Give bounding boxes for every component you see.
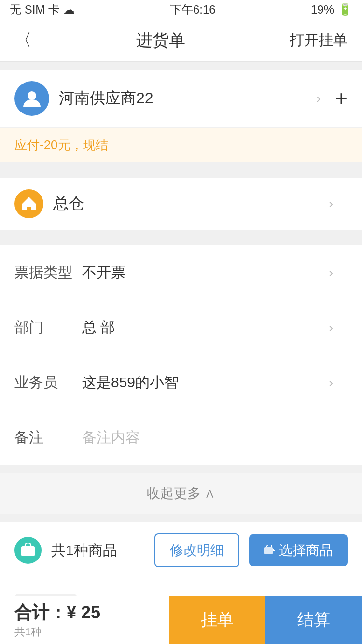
total-count: 共1种	[14, 625, 154, 639]
open-hang-button[interactable]: 打开挂单	[290, 30, 348, 50]
back-button[interactable]: 〈	[14, 28, 32, 52]
svg-rect-1	[21, 546, 35, 556]
add-button[interactable]: +	[335, 88, 348, 109]
nav-bar: 〈 进货单 打开挂单	[0, 19, 362, 62]
salesman-chevron-icon: ›	[329, 375, 333, 391]
supplier-name: 河南供应商22	[59, 88, 316, 109]
warehouse-name: 总仓	[53, 193, 329, 214]
select-product-button[interactable]: 选择商品	[249, 534, 348, 566]
user-icon	[21, 88, 42, 109]
checkout-button[interactable]: 结算	[265, 596, 362, 644]
total-label: 合计：	[14, 602, 67, 622]
total-value: ¥ 25	[67, 602, 100, 622]
warehouse-icon	[14, 189, 43, 218]
cart-icon	[20, 543, 36, 558]
total-section: 合计：¥ 25 共1种	[0, 601, 169, 639]
product-count-text: 共1种商品	[51, 541, 154, 560]
svg-point-0	[28, 91, 36, 100]
page-title: 进货单	[136, 29, 185, 52]
svg-rect-2	[264, 547, 273, 554]
product-count-icon	[14, 537, 42, 564]
department-row[interactable]: 部门 总 部 ›	[0, 300, 362, 355]
status-right: 19% 🔋	[311, 3, 352, 16]
salesman-value: 这是859的小智	[82, 373, 329, 392]
salesman-label: 业务员	[14, 373, 82, 392]
status-left: 无 SIM 卡 ☁	[10, 2, 75, 17]
total-amount: 合计：¥ 25	[14, 601, 154, 625]
supplier-row[interactable]: 河南供应商22 › +	[0, 70, 362, 128]
department-chevron-icon: ›	[329, 320, 333, 336]
battery-status: 19%	[311, 3, 334, 16]
status-time: 下午6:16	[170, 2, 216, 17]
divider-1	[0, 62, 362, 70]
form-section: 票据类型 不开票 › 部门 总 部 › 业务员 这是859的小智 › 备注 备注…	[0, 245, 362, 465]
divider-2	[0, 170, 362, 178]
department-label: 部门	[14, 318, 82, 337]
remark-label: 备注	[14, 428, 82, 448]
invoice-label: 票据类型	[14, 263, 82, 282]
warehouse-chevron-icon: ›	[329, 196, 333, 211]
supplier-chevron-icon: ›	[316, 91, 320, 106]
salesman-row[interactable]: 业务员 这是859的小智 ›	[0, 355, 362, 410]
warehouse-section: 总仓 ›	[0, 178, 362, 230]
hang-button[interactable]: 挂单	[169, 596, 265, 644]
bottom-bar: 合计：¥ 25 共1种 挂单 结算	[0, 596, 362, 644]
collapse-bar[interactable]: 收起更多 ∧	[0, 473, 362, 514]
invoice-row[interactable]: 票据类型 不开票 ›	[0, 245, 362, 300]
remark-row[interactable]: 备注 备注内容	[0, 410, 362, 465]
divider-4	[0, 514, 362, 522]
edit-detail-button[interactable]: 修改明细	[154, 533, 239, 567]
battery-icon: 🔋	[338, 3, 352, 16]
product-header: 共1种商品 修改明细 选择商品	[0, 522, 362, 579]
status-bar: 无 SIM 卡 ☁ 下午6:16 19% 🔋	[0, 0, 362, 19]
notice-bar: 应付-20元，现结	[0, 128, 362, 162]
divider-3	[0, 238, 362, 245]
house-icon	[20, 195, 38, 212]
select-cart-icon	[264, 545, 275, 556]
supplier-section: 河南供应商22 › + 应付-20元，现结	[0, 70, 362, 162]
select-product-label: 选择商品	[279, 541, 333, 560]
remark-input[interactable]: 备注内容	[82, 428, 348, 448]
invoice-value: 不开票	[82, 263, 329, 282]
supplier-avatar	[14, 81, 49, 116]
department-value: 总 部	[82, 318, 329, 337]
invoice-chevron-icon: ›	[329, 265, 333, 280]
warehouse-row[interactable]: 总仓 ›	[0, 178, 362, 230]
sim-status: 无 SIM 卡 ☁	[10, 2, 75, 17]
